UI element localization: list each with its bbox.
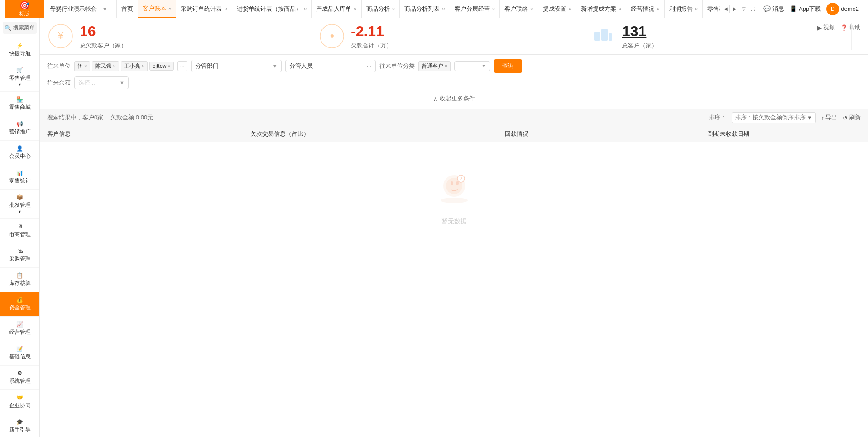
tag-remove-icon[interactable]: ×: [168, 63, 170, 69]
tab-home[interactable]: 首页: [117, 0, 138, 18]
tab-retail-profit[interactable]: 零售利润（×: [703, 0, 720, 18]
sidebar-item-inventory[interactable]: 📋库存核算: [0, 268, 39, 292]
sidebar-icon-retail-shop: 🏪: [16, 96, 23, 103]
tab-promotion-settings[interactable]: 提成设置×: [538, 0, 576, 18]
tab-label: 利润报告: [669, 5, 693, 13]
tab-prev-arrow[interactable]: ◀: [722, 5, 730, 13]
sidebar-item-retail-mgmt[interactable]: 🛒零售管理▾: [0, 62, 39, 92]
tab-close-icon[interactable]: ×: [168, 6, 171, 11]
user-avatar-btn[interactable]: D demo2: [826, 3, 859, 15]
sidebar-item-retail-stat[interactable]: 📊零售统计: [0, 165, 39, 190]
filter-row-2: 往来余额 选择... ▼: [47, 76, 861, 89]
collapse-conditions-btn[interactable]: ∧ 收起更多条件: [433, 95, 475, 103]
tab-profit-report[interactable]: 利润报告×: [665, 0, 703, 18]
stat-values-debt: -2.11 欠款合计（万）: [351, 23, 392, 50]
tab-purchase-order[interactable]: 采购订单统计表×: [176, 0, 232, 18]
sidebar-item-marketing[interactable]: 📢营销推广: [0, 116, 39, 141]
logo[interactable]: 🎯 标版: [5, 0, 44, 18]
sidebar-label-corp-collab: 企业协同: [9, 402, 31, 409]
sidebar-item-purchase-mgmt[interactable]: 🛍采购管理: [0, 243, 39, 268]
main-content: ¥ 16 总欠款客户（家） ✦ -2.11 欠款合计（: [40, 18, 868, 437]
sidebar-label-retail-stat: 零售统计: [9, 177, 31, 185]
tab-close-icon[interactable]: ×: [530, 6, 533, 12]
sort-select[interactable]: 排序：按欠款金额倒序排序 ▼: [732, 112, 816, 123]
tag-remove-icon[interactable]: ×: [142, 63, 144, 69]
video-help-btn[interactable]: ▶ 视频: [817, 24, 835, 32]
query-button[interactable]: 查询: [494, 59, 522, 73]
sidebar-item-corp-collab[interactable]: 🤝企业协同: [0, 390, 39, 414]
tab-close-icon[interactable]: ×: [392, 6, 395, 12]
tab-next-arrow[interactable]: ▶: [731, 5, 739, 13]
tag-remove-icon[interactable]: ×: [445, 63, 447, 69]
tab-customer-contact[interactable]: 客户联络×: [500, 0, 538, 18]
sidebar-item-quick-nav[interactable]: ⚡ 快捷导航: [0, 38, 39, 62]
tab-close-icon[interactable]: ×: [695, 6, 698, 12]
tab-close-icon[interactable]: ×: [304, 6, 307, 12]
tab-customer-segment[interactable]: 客户分层经营×: [450, 0, 500, 18]
tab-product-stock[interactable]: 产成品入库单×: [312, 0, 361, 18]
layout: 🔍 搜索菜单 ⚡ 快捷导航 🛒零售管理▾🏪零售商城📢营销推广👤会员中心📊零售统计…: [0, 18, 868, 437]
message-btn[interactable]: 💬 消息: [763, 5, 784, 13]
tag-remove-icon[interactable]: ×: [113, 63, 115, 69]
help-icon: ❓: [840, 24, 848, 31]
filter-label-unit: 往来单位: [47, 62, 71, 70]
sidebar-item-finance-mgmt[interactable]: 💰资金管理: [0, 292, 39, 317]
help-btn[interactable]: ❓ 帮助: [840, 24, 861, 32]
filter-more-btn[interactable]: ···: [177, 61, 187, 71]
tab-close-icon[interactable]: ×: [492, 6, 495, 12]
filter-label-category: 往来单位分类: [379, 62, 415, 70]
tab-product-analysis-list[interactable]: 商品分析列表×: [400, 0, 450, 18]
svg-text:✦: ✦: [329, 32, 336, 41]
debt-amount-text: 欠款金额 0.00元: [110, 114, 153, 122]
sidebar-item-system-mgmt[interactable]: ⚙系统管理: [0, 366, 39, 390]
sidebar-item-ecom-mgmt[interactable]: 🖥电商管理: [0, 219, 39, 243]
demo-selector[interactable]: 母婴行业演示帐套 ▼: [44, 0, 117, 18]
app-download-btn[interactable]: 📱 App下载: [790, 5, 821, 13]
tab-close-icon[interactable]: ×: [224, 6, 227, 12]
stat-card-total-customers: 131 总客户（家）: [590, 23, 852, 50]
search-menu-btn[interactable]: 🔍 搜索菜单: [3, 22, 37, 34]
tab-close-icon[interactable]: ×: [619, 6, 621, 12]
tab-fullscreen-icon[interactable]: ⛶: [749, 5, 757, 13]
filter-balance-select[interactable]: 选择... ▼: [74, 76, 129, 89]
tab-close-icon[interactable]: ×: [442, 6, 445, 12]
stats-row: ¥ 16 总欠款客户（家） ✦ -2.11 欠款合计（: [40, 18, 868, 55]
sidebar-label-basic-info: 基础信息: [9, 353, 31, 361]
stat-icon-debtors: ¥: [47, 23, 74, 50]
tab-close-icon[interactable]: ×: [569, 6, 571, 12]
export-btn[interactable]: ↑ 导出: [821, 114, 838, 122]
tab-product-analysis[interactable]: 商品分析×: [362, 0, 400, 18]
table-col-header-3: 回款情况: [505, 130, 708, 138]
tab-close-icon[interactable]: ×: [354, 6, 356, 12]
sidebar-item-wholesale-mgmt[interactable]: 📦批发管理▾: [0, 190, 39, 219]
sidebar-item-new-guide[interactable]: 🎓新手引导: [0, 414, 39, 437]
chevron-down-icon-balance: ▼: [120, 80, 125, 86]
message-icon: 💬: [763, 5, 771, 12]
sidebar-item-member-center[interactable]: 👤会员中心: [0, 141, 39, 165]
tab-label: 商品分析列表: [404, 5, 440, 13]
tab-close-icon[interactable]: ×: [657, 6, 659, 12]
top-bar: 🎯 标版 母婴行业演示帐套 ▼ 首页客户账本×采购订单统计表×进货单统计表（按商…: [0, 0, 868, 18]
filter-category-dropdown[interactable]: ▼: [454, 61, 490, 71]
sidebar-item-biz-mgmt[interactable]: 📈经营管理: [0, 317, 39, 341]
sidebar-item-retail-shop[interactable]: 🏪零售商城: [0, 92, 39, 116]
sidebar-label-wholesale-mgmt: 批发管理: [9, 201, 31, 209]
tab-new-plan[interactable]: 新增提成方案×: [576, 0, 626, 18]
sidebar-icon-retail-mgmt: 🛒: [16, 67, 23, 73]
arrow-icon: ▾: [19, 209, 21, 214]
tab-customer-account[interactable]: 客户账本×: [138, 0, 176, 18]
video-icon: ▶: [817, 24, 822, 31]
tag-remove-icon[interactable]: ×: [84, 63, 87, 69]
sidebar-label-ecom-mgmt: 电商管理: [9, 231, 31, 238]
tab-expand-icon[interactable]: ▽: [740, 5, 748, 13]
tab-biz-status[interactable]: 经营情况×: [626, 0, 664, 18]
stat-label-debtors: 总欠款客户（家）: [80, 42, 127, 50]
tab-purchase-stat[interactable]: 进货单统计表（按商品）×: [232, 0, 312, 18]
refresh-btn[interactable]: ↺ 刷新: [843, 114, 861, 122]
sidebar-item-basic-info[interactable]: 📝基础信息: [0, 341, 39, 366]
tag-label: cjttcw: [153, 63, 166, 69]
stat-value-debt: -2.11: [351, 23, 392, 40]
filter-tag-category: 普通客户×: [418, 61, 451, 71]
filter-dept-select[interactable]: 分管部门 ▼: [191, 60, 282, 72]
filter-person-select[interactable]: 分管人员 ···: [285, 60, 376, 72]
